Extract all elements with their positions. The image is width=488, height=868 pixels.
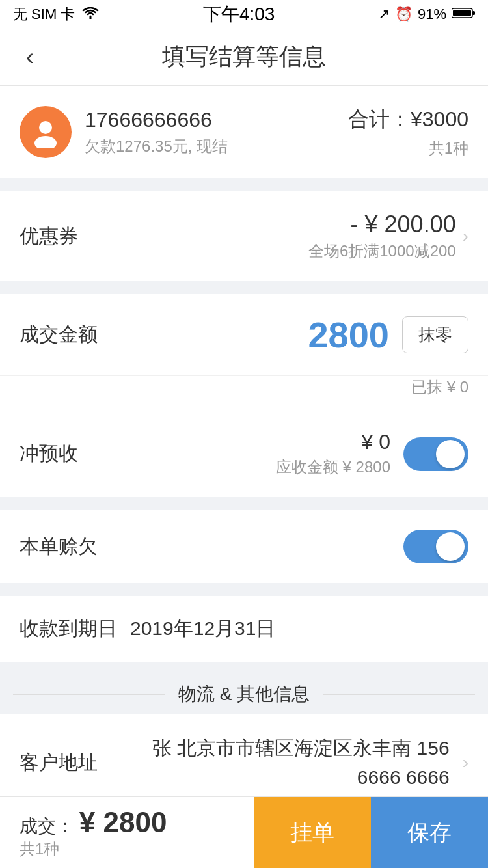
battery-percent: 91% bbox=[418, 6, 446, 23]
date-row: 收款到期日 2019年12月31日 bbox=[0, 596, 488, 662]
page-title: 填写结算等信息 bbox=[162, 41, 326, 73]
prereceive-row: 冲预收 ¥ 0 应收金额 ¥ 2800 bbox=[0, 411, 488, 497]
bottom-info: 成交： ¥ 2800 共1种 bbox=[0, 806, 254, 860]
amount-row: 成交金额 2800 抹零 bbox=[0, 294, 488, 376]
content: 17666666666 欠款1276.35元, 现结 合计：¥3000 共1种 … bbox=[0, 86, 488, 868]
battery-icon bbox=[452, 6, 475, 23]
amount-label: 成交金额 bbox=[20, 321, 124, 348]
location-icon: ↗ bbox=[378, 6, 390, 23]
customer-phone: 17666666666 bbox=[85, 108, 348, 132]
svg-rect-2 bbox=[453, 10, 471, 16]
round-button[interactable]: 抹零 bbox=[402, 316, 468, 353]
debt-label: 本单赊欠 bbox=[20, 534, 390, 560]
customer-total: 合计：¥3000 共1种 bbox=[348, 105, 468, 159]
coupon-chevron-icon: › bbox=[463, 226, 468, 247]
amount-right: 2800 抹零 bbox=[124, 314, 468, 356]
svg-point-3 bbox=[39, 121, 52, 134]
sim-label: 无 SIM 卡 bbox=[13, 5, 75, 24]
status-left: 无 SIM 卡 bbox=[13, 5, 100, 24]
save-button[interactable]: 保存 bbox=[371, 797, 488, 868]
total-count: 共1种 bbox=[348, 138, 468, 159]
logistics-label: 物流 & 其他信息 bbox=[178, 682, 310, 707]
bottom-actions: 挂单 保存 bbox=[254, 797, 488, 868]
prereceive-receivable: 应收金额 ¥ 2800 bbox=[124, 457, 390, 478]
status-right: ↗ ⏰ 91% bbox=[378, 6, 475, 23]
bottom-amount: ¥ 2800 bbox=[79, 806, 167, 838]
coupon-discount: - ¥ 200.00 bbox=[98, 211, 456, 238]
bottom-label: 成交： bbox=[20, 816, 74, 836]
address-label: 客户地址 bbox=[20, 750, 111, 776]
prereceive-toggle[interactable] bbox=[403, 437, 468, 471]
coupon-row[interactable]: 优惠券 - ¥ 200.00 全场6折满1000减200 › bbox=[0, 191, 488, 281]
debt-row: 本单赊欠 bbox=[0, 510, 488, 583]
nav-bar: ‹ 填写结算等信息 bbox=[0, 29, 488, 86]
address-chevron-icon: › bbox=[463, 752, 468, 773]
bottom-total-label: 成交： ¥ 2800 bbox=[20, 806, 234, 839]
customer-card: 17666666666 欠款1276.35元, 现结 合计：¥3000 共1种 bbox=[0, 86, 488, 178]
prereceive-amount: ¥ 0 bbox=[124, 430, 390, 454]
amount-section: 成交金额 2800 抹零 已抹 ¥ 0 冲预收 ¥ 0 应收金额 ¥ 2800 bbox=[0, 294, 488, 497]
bottom-count: 共1种 bbox=[20, 839, 234, 860]
coupon-value: - ¥ 200.00 全场6折满1000减200 bbox=[98, 211, 456, 262]
logistics-divider: 物流 & 其他信息 bbox=[0, 675, 488, 714]
alarm-icon: ⏰ bbox=[395, 6, 413, 23]
customer-info: 17666666666 欠款1276.35元, 现结 bbox=[85, 108, 348, 157]
amount-rounded: 已抹 ¥ 0 bbox=[411, 378, 468, 396]
customer-debt: 欠款1276.35元, 现结 bbox=[85, 136, 348, 157]
coupon-desc: 全场6折满1000减200 bbox=[98, 241, 456, 262]
divider-line-right bbox=[323, 694, 475, 695]
amount-value: 2800 bbox=[308, 314, 389, 356]
due-date-value: 2019年12月31日 bbox=[130, 616, 275, 642]
bottom-bar: 成交： ¥ 2800 共1种 挂单 保存 bbox=[0, 796, 488, 868]
prereceive-right: ¥ 0 应收金额 ¥ 2800 bbox=[124, 430, 390, 478]
pending-button[interactable]: 挂单 bbox=[254, 797, 371, 868]
divider-line-left bbox=[13, 694, 165, 695]
debt-toggle[interactable] bbox=[403, 530, 468, 563]
status-time: 下午4:03 bbox=[203, 2, 275, 27]
wifi-icon bbox=[81, 6, 100, 23]
svg-point-4 bbox=[34, 136, 57, 148]
back-button[interactable]: ‹ bbox=[20, 37, 40, 77]
status-bar: 无 SIM 卡 下午4:03 ↗ ⏰ 91% bbox=[0, 0, 488, 29]
address-value: 张 北京市市辖区海淀区永丰南 156 6666 6666 bbox=[111, 733, 456, 792]
debt-toggle-circle bbox=[436, 532, 465, 561]
prereceive-label: 冲预收 bbox=[20, 441, 124, 467]
due-date-label: 收款到期日 bbox=[20, 616, 117, 642]
total-amount: 合计：¥3000 bbox=[348, 105, 468, 134]
svg-rect-1 bbox=[472, 11, 475, 15]
coupon-label: 优惠券 bbox=[20, 223, 98, 250]
avatar bbox=[20, 106, 72, 158]
coupon-section: 优惠券 - ¥ 200.00 全场6折满1000减200 › bbox=[0, 191, 488, 281]
toggle-circle bbox=[436, 440, 465, 468]
